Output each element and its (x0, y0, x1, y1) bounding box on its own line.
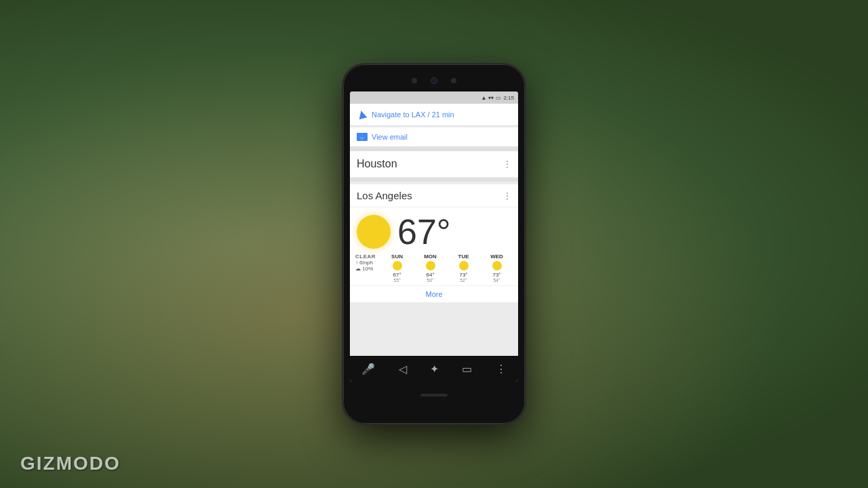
mon-low: 50° (427, 278, 434, 283)
weather-card: Los Angeles ⋮ 67° CLEAR ↑ 6mph (350, 184, 518, 302)
divider-2 (350, 178, 518, 182)
wind-icon: ↑ (355, 260, 358, 266)
precip-value: 10% (362, 266, 373, 272)
wed-day-label: WED (490, 253, 503, 260)
forecast-day-tue: TUE 73° 52° (448, 253, 479, 283)
phone-top (343, 64, 525, 92)
mon-day-label: MON (424, 253, 437, 260)
nav-triangle (357, 110, 368, 120)
navigate-text: Navigate to LAX / 21 min (372, 110, 454, 119)
rain-icon: ☁ (355, 266, 361, 272)
sun-icon (357, 215, 391, 249)
phone: ▲ ▾▾ ▭ 2:15 Navigate to LAX / 21 min Vie… (343, 64, 525, 424)
sun-day-label: SUN (391, 253, 403, 260)
houston-label: Houston (357, 158, 397, 170)
phone-screen: ▲ ▾▾ ▭ 2:15 Navigate to LAX / 21 min Vie… (350, 92, 518, 382)
email-icon (357, 133, 368, 141)
battery-icon: ▭ (496, 95, 501, 101)
condition-label: CLEAR (355, 253, 376, 260)
sun-icon-wed (492, 261, 502, 270)
mic-button[interactable]: 🎤 (359, 360, 378, 378)
forecast-row: SUN 67° 55° MON 64° 50° TUE (381, 253, 513, 283)
navigate-card[interactable]: Navigate to LAX / 21 min (350, 104, 518, 126)
wind-info: ↑ 6mph (355, 260, 373, 266)
sun-icon-mon (426, 261, 435, 270)
view-email-card[interactable]: View email (350, 127, 518, 147)
tue-day-label: TUE (458, 253, 469, 260)
sun-icon-tue (459, 261, 469, 270)
wed-low: 54° (493, 278, 500, 283)
forecast-day-wed: WED 73° 54° (481, 253, 513, 283)
speaker-dot-2 (451, 78, 456, 83)
forecast-day-mon: MON 64° 50° (414, 253, 446, 283)
tue-high: 73° (459, 272, 467, 278)
sun-low: 55° (393, 278, 401, 283)
home-button[interactable]: ✦ (427, 360, 441, 378)
precipitation-info: ☁ 10% (355, 266, 373, 272)
houston-card[interactable]: Houston ⋮ (350, 151, 518, 178)
camera (431, 77, 437, 84)
more-button[interactable]: More (350, 285, 518, 302)
phone-bottom (343, 382, 525, 409)
mon-high: 64° (426, 272, 434, 278)
time-display: 2:15 (503, 95, 514, 101)
watermark: GIZMODO (20, 453, 121, 474)
back-button[interactable]: ◁ (396, 360, 410, 378)
view-email-text: View email (372, 133, 408, 141)
wifi-icon: ▾▾ (488, 95, 494, 101)
signal-icon: ▲ (481, 95, 487, 101)
temperature-display: 67° (397, 214, 451, 249)
speaker-dot (412, 78, 417, 83)
tue-low: 52° (460, 278, 467, 283)
houston-more-icon[interactable]: ⋮ (502, 159, 511, 169)
weather-more-icon[interactable]: ⋮ (502, 190, 511, 201)
weather-city-label: Los Angeles (357, 190, 412, 201)
status-bar: ▲ ▾▾ ▭ 2:15 (350, 92, 518, 104)
current-conditions: CLEAR ↑ 6mph ☁ 10% (355, 253, 376, 272)
screen-content: Navigate to LAX / 21 min View email Hous… (350, 104, 518, 356)
sun-high: 67° (393, 272, 401, 278)
wed-high: 73° (492, 272, 500, 278)
sun-icon-sun (393, 261, 402, 270)
wind-speed: 6mph (359, 260, 373, 266)
home-indicator (420, 394, 448, 396)
recents-button[interactable]: ▭ (459, 360, 475, 378)
forecast-day-sun: SUN 67° 55° (381, 253, 413, 283)
menu-button[interactable]: ⋮ (493, 360, 509, 378)
weather-header: Los Angeles ⋮ (350, 184, 518, 207)
status-icons: ▲ ▾▾ ▭ 2:15 (481, 95, 515, 101)
weather-main: 67° (350, 207, 518, 253)
navigation-icon (357, 109, 368, 120)
phone-nav-bar: 🎤 ◁ ✦ ▭ ⋮ (350, 356, 518, 382)
